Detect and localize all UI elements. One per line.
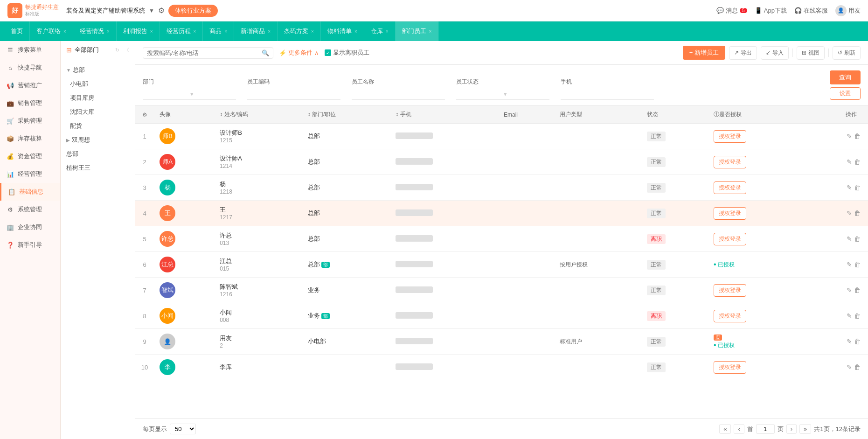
first-page-btn[interactable]: « — [719, 424, 731, 434]
user-area[interactable]: 👤 用友 — [835, 5, 861, 16]
dept-node-植树王三[interactable]: 植树王三 — [61, 161, 135, 175]
nav-tab-客户联络[interactable]: 客户联络 × — [30, 21, 73, 41]
tab-close-部门员工[interactable]: × — [429, 29, 432, 34]
dept-node-总部[interactable]: 总部 — [61, 147, 135, 161]
set-btn[interactable]: 设置 — [830, 87, 861, 100]
nav-tab-条码方案[interactable]: 条码方案 × — [278, 21, 321, 41]
next-page-btn[interactable]: › — [786, 424, 797, 434]
delete-btn-5[interactable]: 🗑 — [854, 235, 861, 243]
dept-node-沈阳大库[interactable]: 沈阳大库 — [61, 105, 135, 119]
edit-btn-1[interactable]: ✎ — [847, 132, 852, 140]
refresh-btn[interactable]: ↺ 刷新 — [833, 46, 861, 60]
auth-btn-10[interactable]: 授权登录 — [714, 361, 746, 374]
dept-node-小电部[interactable]: 小电部 — [61, 77, 135, 91]
empname-filter-input[interactable] — [352, 89, 445, 100]
nav-tab-仓库[interactable]: 仓库 × — [364, 21, 396, 41]
import-btn[interactable]: ↙ 导入 — [761, 46, 789, 60]
add-employee-btn[interactable]: + 新增员工 — [683, 46, 725, 60]
tab-close-经营历程[interactable]: × — [194, 29, 196, 34]
edit-btn-5[interactable]: ✎ — [847, 235, 852, 243]
edit-btn-2[interactable]: ✎ — [847, 158, 852, 166]
sidebar-item-guide[interactable]: ❓新手引导 — [0, 236, 60, 254]
dept-node-项目库房[interactable]: 项目库房 — [61, 91, 135, 105]
empcode-filter-input[interactable] — [247, 89, 340, 100]
delete-btn-2[interactable]: 🗑 — [854, 158, 861, 166]
export-btn[interactable]: ↗ 导出 — [729, 46, 757, 60]
dept-node-配货[interactable]: 配货 — [61, 119, 135, 133]
tab-close-条码方案[interactable]: × — [311, 29, 314, 34]
tab-close-经营情况[interactable]: × — [107, 29, 110, 34]
delete-btn-4[interactable]: 🗑 — [854, 209, 861, 217]
tab-close-仓库[interactable]: × — [386, 29, 389, 34]
per-page-select[interactable]: 50 100 200 — [170, 424, 196, 434]
sidebar-item-inventory[interactable]: 📦库存核算 — [0, 130, 60, 147]
tab-close-利润报告[interactable]: × — [150, 29, 153, 34]
tab-close-商品[interactable]: × — [224, 29, 227, 34]
tab-close-新增商品[interactable]: × — [268, 29, 271, 34]
nav-tab-首页[interactable]: 首页 — [4, 21, 30, 41]
delete-btn-10[interactable]: 🗑 — [854, 363, 861, 371]
auth-btn-4[interactable]: 授权登录 — [714, 207, 746, 220]
sidebar-item-purchase[interactable]: 🛒采购管理 — [0, 112, 60, 130]
auth-btn-8[interactable]: 授权登录 — [714, 310, 746, 322]
refresh-dept-btn[interactable]: ↻ — [115, 47, 119, 53]
dept-node-总部[interactable]: ▼总部 — [61, 63, 135, 77]
sidebar-item-system[interactable]: ⚙系统管理 — [0, 201, 60, 218]
col-settings[interactable]: ⚙ — [135, 106, 154, 124]
delete-btn-1[interactable]: 🗑 — [854, 132, 861, 140]
edit-btn-8[interactable]: ✎ — [847, 312, 852, 320]
tab-close-客户联络[interactable]: × — [63, 29, 66, 34]
dept-node-双鹿想[interactable]: ▶双鹿想 — [61, 133, 135, 147]
system-dropdown-btn[interactable]: ▼ — [149, 7, 154, 14]
sidebar-item-search[interactable]: ☰搜索菜单 — [0, 41, 60, 59]
edit-btn-6[interactable]: ✎ — [847, 261, 852, 268]
empstatus-filter-select[interactable]: ▾ — [456, 89, 549, 100]
delete-btn-6[interactable]: 🗑 — [854, 261, 861, 268]
app-download-btn[interactable]: 📱 App下载 — [755, 7, 787, 15]
edit-btn-9[interactable]: ✎ — [847, 338, 852, 345]
query-btn[interactable]: 查询 — [830, 70, 861, 84]
sidebar-item-sales[interactable]: 💼销售管理 — [0, 94, 60, 112]
more-filter-btn[interactable]: ⚡ 更多条件 ∧ — [279, 49, 319, 57]
view-btn[interactable]: ⊞ 视图 — [797, 46, 825, 60]
phone-filter-input[interactable] — [561, 89, 654, 100]
last-page-btn[interactable]: » — [799, 424, 811, 434]
gear-btn[interactable]: ⚙ — [158, 6, 165, 15]
nav-tab-新增商品[interactable]: 新增商品 × — [234, 21, 278, 41]
nav-tab-经营情况[interactable]: 经营情况 × — [73, 21, 117, 41]
message-btn[interactable]: 💬 消息 5 — [716, 7, 747, 15]
resigned-checkbox[interactable]: ✓ — [325, 49, 331, 56]
delete-btn-9[interactable]: 🗑 — [854, 338, 861, 345]
delete-btn-8[interactable]: 🗑 — [854, 312, 861, 320]
online-service-btn[interactable]: 🎧 在线客服 — [794, 7, 828, 15]
edit-btn-7[interactable]: ✎ — [847, 286, 852, 294]
search-input[interactable] — [147, 49, 260, 56]
auth-btn-1[interactable]: 授权登录 — [714, 130, 746, 143]
sidebar-item-basic[interactable]: 📋基础信息 — [0, 183, 60, 201]
dept-filter-select[interactable]: ▾ — [143, 89, 236, 100]
nav-tab-物料清单[interactable]: 物料清单 × — [321, 21, 364, 41]
nav-tab-利润报告[interactable]: 利润报告 × — [117, 21, 160, 41]
nav-tab-商品[interactable]: 商品 × — [203, 21, 234, 41]
auth-btn-2[interactable]: 授权登录 — [714, 156, 746, 168]
delete-btn-3[interactable]: 🗑 — [854, 184, 861, 191]
auth-btn-5[interactable]: 授权登录 — [714, 233, 746, 245]
trial-btn[interactable]: 体验行业方案 — [168, 5, 218, 17]
page-input[interactable] — [756, 424, 775, 434]
sidebar-item-enterprise[interactable]: 🏢企业协同 — [0, 218, 60, 236]
tab-close-物料清单[interactable]: × — [354, 29, 357, 34]
nav-tab-经营历程[interactable]: 经营历程 × — [160, 21, 203, 41]
sidebar-item-finance[interactable]: 💰资金管理 — [0, 147, 60, 165]
edit-btn-3[interactable]: ✎ — [847, 184, 852, 191]
prev-page-btn[interactable]: ‹ — [734, 424, 744, 434]
sidebar-item-marketing[interactable]: 📢营销推广 — [0, 77, 60, 94]
sidebar-item-shortcut[interactable]: ⌂快捷导航 — [0, 59, 60, 77]
auth-btn-7[interactable]: 授权登录 — [714, 284, 746, 297]
collapse-dept-btn[interactable]: 《 — [124, 47, 129, 54]
nav-tab-部门员工[interactable]: 部门员工 × — [396, 21, 439, 41]
sidebar-item-operation[interactable]: 📊经营管理 — [0, 165, 60, 183]
show-resigned-toggle[interactable]: ✓ 显示离职员工 — [325, 49, 369, 57]
edit-btn-10[interactable]: ✎ — [847, 363, 852, 371]
edit-btn-4[interactable]: ✎ — [847, 209, 852, 217]
auth-btn-3[interactable]: 授权登录 — [714, 181, 746, 194]
